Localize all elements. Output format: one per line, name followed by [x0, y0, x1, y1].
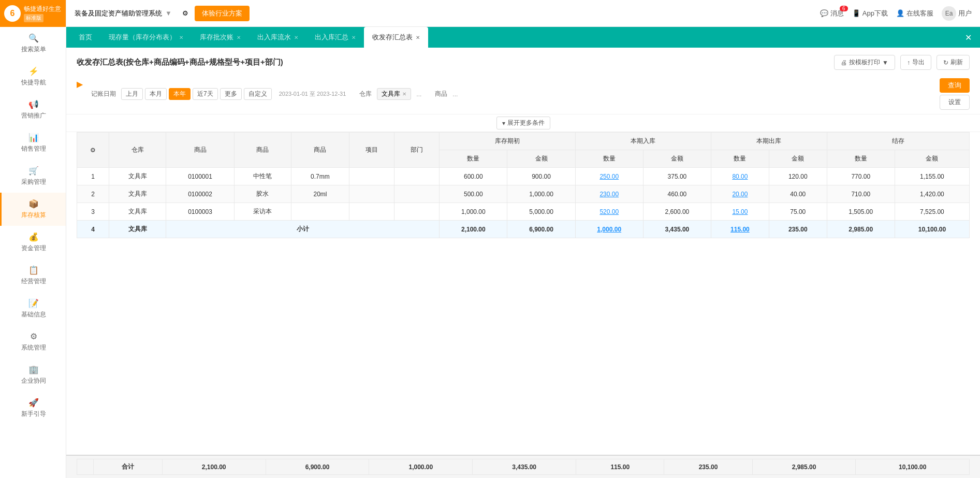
refresh-btn[interactable]: ↻ 刷新: [937, 55, 970, 70]
warehouse-more[interactable]: ...: [416, 91, 421, 98]
table-row: 3 文具库 0100003 采访本 1,000.00 5,000.00 520.…: [77, 203, 970, 221]
cell-project: [349, 168, 394, 185]
date-btn-更多[interactable]: 更多: [220, 88, 242, 100]
product-more[interactable]: ...: [452, 91, 458, 98]
warehouse-tag-text: 文具库: [382, 90, 400, 98]
sidebar-label-search: 搜索菜单: [21, 45, 46, 54]
cell-close-amt: 7,525.00: [895, 203, 969, 221]
export-label: 导出: [912, 58, 925, 67]
cell-open-qty: 1,000.00: [440, 203, 507, 221]
cell-code: 0100001: [166, 168, 234, 185]
col-name-header: 商品: [234, 133, 291, 168]
in-qty-link[interactable]: 250.00: [599, 173, 619, 180]
in-qty-header: 数量: [575, 150, 643, 168]
sidebar-item-basic-info[interactable]: 📝基础信息: [0, 292, 66, 325]
tabbar-close-btn[interactable]: ✕: [961, 33, 976, 42]
guide-icon: 🚀: [28, 398, 39, 408]
filter-toggle-arrow[interactable]: ▶: [77, 79, 83, 89]
cell-in-qty[interactable]: 250.00: [575, 168, 643, 185]
tab-close-batch-ledger[interactable]: ✕: [237, 35, 241, 40]
col-warehouse-header: 仓库: [109, 133, 166, 168]
in-qty-link[interactable]: 230.00: [599, 191, 619, 198]
sidebar-item-enterprise[interactable]: 🏢企业协同: [0, 358, 66, 392]
footer-open-qty: 2,100.00: [162, 459, 266, 475]
dropdown-icon[interactable]: ▼: [165, 9, 172, 17]
out-qty-link[interactable]: 20.00: [732, 191, 748, 198]
sidebar-item-purchase[interactable]: 🛒采购管理: [0, 160, 66, 193]
date-btn-近7天[interactable]: 近7天: [193, 88, 218, 100]
tab-close-stock-flow[interactable]: ✕: [294, 35, 298, 40]
tab-stock-summary[interactable]: 出入库汇总✕: [306, 27, 364, 48]
tab-home[interactable]: 首页: [70, 27, 100, 48]
subtotal-close-amt: 10,100.00: [895, 221, 969, 238]
footer-table: 合计 2,100.00 6,900.00 1,000.00 3,435.00 1…: [77, 459, 970, 475]
date-btn-本月[interactable]: 本月: [145, 88, 167, 100]
cell-spec: 20ml: [291, 185, 349, 203]
col-settings-icon[interactable]: ⚙: [90, 147, 96, 154]
sidebar-item-operations[interactable]: 📋经营管理: [0, 259, 66, 292]
out-qty-link[interactable]: 15.00: [732, 208, 748, 215]
sidebar-label-finance: 资金管理: [21, 244, 46, 253]
refresh-icon: ↻: [943, 59, 948, 66]
query-btn[interactable]: 查询: [940, 78, 970, 93]
sidebar-item-inventory[interactable]: 📦库存核算: [0, 193, 66, 226]
col-in-header: 本期入库: [575, 133, 711, 150]
cell-in-qty[interactable]: 520.00: [575, 203, 643, 221]
sidebar-item-marketing[interactable]: 📢营销推广: [0, 93, 66, 126]
cell-out-amt: 40.00: [769, 185, 827, 203]
search-icon: 🔍: [28, 33, 39, 43]
date-btn-本年[interactable]: 本年: [169, 88, 191, 100]
tab-close-stock-dist[interactable]: ✕: [179, 35, 183, 40]
app-download-icon: 📱: [852, 9, 860, 17]
tab-stock-flow[interactable]: 出入库流水✕: [249, 27, 306, 48]
cell-in-amt: 375.00: [643, 168, 711, 185]
logo-icon: 6: [4, 5, 21, 22]
finance-icon: 💰: [28, 232, 39, 242]
cell-out-qty[interactable]: 15.00: [711, 203, 769, 221]
sidebar-item-finance[interactable]: 💰资金管理: [0, 226, 66, 259]
sidebar-item-guide[interactable]: 🚀新手引导: [0, 392, 66, 425]
table-section: ⚙ 仓库 商品 商品 商品 项目 部门 库存期初 本期入库 本期出库 结存: [66, 132, 980, 455]
settings-btn[interactable]: 设置: [940, 95, 970, 110]
trial-btn[interactable]: 体验行业方案: [195, 6, 250, 21]
message-action[interactable]: 💬 消息 6: [820, 9, 844, 18]
tab-close-stock-summary[interactable]: ✕: [352, 35, 356, 40]
subtotal-out-qty-link[interactable]: 115.00: [730, 226, 750, 233]
col-settings-header[interactable]: ⚙: [77, 133, 109, 168]
settings-icon[interactable]: ⚙: [182, 9, 188, 17]
page-content: 收发存汇总表(按仓库+商品编码+商品+规格型号+项目+部门) 🖨 按模板打印 ▼…: [66, 48, 980, 478]
purchase-icon: 🛒: [28, 166, 39, 176]
sidebar-item-system[interactable]: ⚙系统管理: [0, 325, 66, 358]
date-btn-上月[interactable]: 上月: [121, 88, 143, 100]
cell-code: 0100003: [166, 203, 234, 221]
tab-stock-dist[interactable]: 现存量（库存分布表）✕: [100, 27, 192, 48]
out-qty-link[interactable]: 80.00: [732, 173, 748, 180]
date-btn-自定义[interactable]: 自定义: [244, 88, 272, 100]
cell-close-amt: 1,155.00: [895, 168, 969, 185]
sidebar-item-sales[interactable]: 📊销售管理: [0, 126, 66, 160]
expand-more-btn[interactable]: ▾ 展开更多条件: [496, 117, 550, 129]
subtotal-in-qty-link[interactable]: 1,000.00: [597, 226, 621, 233]
sidebar-label-inventory: 库存核算: [21, 211, 46, 220]
online-service-action[interactable]: 👤 在线客服: [896, 9, 933, 18]
tab-label-stock-summary: 出入库汇总: [315, 33, 348, 42]
user-action[interactable]: Ea 用户: [942, 6, 972, 21]
export-btn[interactable]: ↑ 导出: [900, 55, 931, 70]
cell-in-qty[interactable]: 230.00: [575, 185, 643, 203]
print-template-btn[interactable]: 🖨 按模板打印 ▼: [834, 55, 895, 70]
tab-batch-ledger[interactable]: 库存批次账✕: [192, 27, 249, 48]
cell-name: 中性笔: [234, 168, 291, 185]
warehouse-tag-close[interactable]: ✕: [402, 91, 406, 97]
marketing-icon: 📢: [28, 99, 39, 109]
sidebar-item-search[interactable]: 🔍搜索菜单: [0, 27, 66, 60]
tabs-container: 首页现存量（库存分布表）✕库存批次账✕出入库流水✕出入库汇总✕收发存汇总表✕: [70, 27, 961, 48]
app-download-action[interactable]: 📱 App下载: [852, 9, 888, 18]
cell-out-qty[interactable]: 20.00: [711, 185, 769, 203]
tab-close-recv-send-summary[interactable]: ✕: [416, 35, 420, 40]
sidebar-item-quick-nav[interactable]: ⚡快捷导航: [0, 60, 66, 93]
in-qty-link[interactable]: 520.00: [599, 208, 619, 215]
table-wrapper: ⚙ 仓库 商品 商品 商品 项目 部门 库存期初 本期入库 本期出库 结存: [77, 132, 970, 238]
tab-recv-send-summary[interactable]: 收发存汇总表✕: [364, 27, 428, 48]
cell-out-qty[interactable]: 80.00: [711, 168, 769, 185]
cell-name: 采访本: [234, 203, 291, 221]
